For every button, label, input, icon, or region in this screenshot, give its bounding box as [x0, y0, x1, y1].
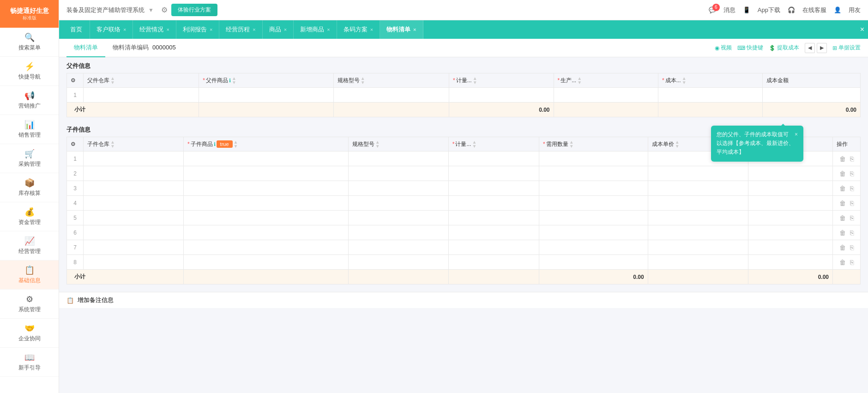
child-unit-cell[interactable] — [448, 211, 539, 225]
nav-tab-customer[interactable]: 客户联络× — [90, 20, 133, 39]
child-warehouse-cell[interactable] — [84, 196, 184, 211]
sidebar-item-guide[interactable]: 📖新手引导 — [0, 348, 59, 377]
sidebar-item-nav[interactable]: ⚡快捷导航 — [0, 57, 59, 86]
nav-tab-close-icon[interactable]: × — [413, 27, 416, 32]
delete-row-button[interactable]: 🗑 — [838, 170, 847, 177]
child-qty-cell[interactable] — [539, 240, 648, 255]
copy-row-button[interactable]: ⎘ — [849, 244, 855, 251]
parent-goods-cell[interactable] — [199, 88, 334, 103]
sidebar-item-inventory[interactable]: 📦库存核算 — [0, 173, 59, 202]
nav-tab-close-icon[interactable]: × — [123, 27, 126, 32]
parent-spec-cell[interactable] — [333, 88, 449, 103]
child-qty-cell[interactable] — [539, 255, 648, 270]
child-cost-unit-cell[interactable] — [648, 211, 748, 225]
note-text[interactable]: 增加备注信息 — [78, 296, 114, 304]
child-goods-cell[interactable] — [183, 211, 348, 225]
nav-tab-close-icon[interactable]: × — [210, 27, 212, 32]
child-unit-cell[interactable] — [448, 151, 539, 166]
child-goods-cell[interactable] — [183, 255, 348, 270]
copy-row-button[interactable]: ⎘ — [849, 229, 855, 236]
child-cost-amount-cell[interactable] — [748, 211, 832, 225]
settings-action[interactable]: ⊞ 单据设置 — [832, 44, 861, 52]
sidebar-item-sales[interactable]: 📊销售管理 — [0, 115, 59, 144]
child-unit-cell[interactable] — [448, 196, 539, 211]
delete-row-button[interactable]: 🗑 — [838, 259, 847, 266]
nav-tab-close-icon[interactable]: × — [370, 27, 373, 32]
child-spec-cell[interactable] — [348, 240, 448, 255]
child-goods-cell[interactable] — [183, 181, 348, 196]
nav-tab-operations[interactable]: 经营情况× — [133, 20, 176, 39]
nav-tab-close-icon[interactable]: × — [166, 27, 169, 32]
child-spec-cell[interactable] — [348, 181, 448, 196]
delete-row-button[interactable]: 🗑 — [838, 185, 847, 192]
prev-arrow-btn[interactable]: ◀ — [805, 43, 815, 53]
copy-row-button[interactable]: ⎘ — [849, 185, 855, 192]
delete-row-button[interactable]: 🗑 — [838, 244, 847, 251]
message-icon-wrap[interactable]: 💬 6 — [709, 6, 716, 13]
sidebar-item-basic[interactable]: 📋基础信息 — [0, 260, 59, 290]
child-spec-cell[interactable] — [348, 225, 448, 240]
child-cost-amount-cell[interactable] — [748, 196, 832, 211]
nav-tab-history[interactable]: 经营历程× — [219, 20, 262, 39]
child-qty-cell[interactable] — [539, 181, 648, 196]
child-warehouse-cell[interactable] — [84, 211, 184, 225]
parent-cost-amount-cell[interactable] — [763, 88, 861, 103]
child-cost-amount-cell[interactable] — [748, 225, 832, 240]
service-label[interactable]: 在线客服 — [802, 6, 826, 14]
nav-tab-goods[interactable]: 商品× — [263, 20, 294, 39]
child-col-settings[interactable]: ⚙ — [67, 137, 84, 151]
child-unit-cell[interactable] — [448, 166, 539, 181]
trial-button[interactable]: 体验行业方案 — [171, 4, 217, 16]
child-unit-cell[interactable] — [448, 240, 539, 255]
nav-tab-close-icon[interactable]: × — [327, 27, 330, 32]
child-spec-cell[interactable] — [348, 196, 448, 211]
child-goods-cell[interactable] — [183, 196, 348, 211]
nav-tab-close-icon[interactable]: × — [284, 27, 287, 32]
copy-row-button[interactable]: ⎘ — [849, 170, 855, 177]
child-cost-unit-cell[interactable] — [648, 240, 748, 255]
child-cost-amount-cell[interactable] — [748, 181, 832, 196]
copy-row-button[interactable]: ⎘ — [849, 214, 855, 222]
child-spec-cell[interactable] — [348, 166, 448, 181]
child-cost-unit-cell[interactable] — [648, 225, 748, 240]
child-warehouse-cell[interactable] — [84, 255, 184, 270]
parent-produce-cell[interactable] — [554, 88, 658, 103]
tab-bom-list[interactable]: 物料清单 — [66, 39, 105, 57]
child-warehouse-cell[interactable] — [84, 225, 184, 240]
parent-cost-cell[interactable] — [658, 88, 762, 103]
shortcut-action[interactable]: ⌨ 快捷键 — [737, 44, 763, 52]
delete-row-button[interactable]: 🗑 — [838, 155, 847, 163]
child-unit-cell[interactable] — [448, 255, 539, 270]
sidebar-item-coop[interactable]: 🤝企业协同 — [0, 319, 59, 348]
parent-warehouse-cell[interactable] — [84, 88, 199, 103]
child-cost-amount-cell[interactable] — [748, 255, 832, 270]
tab-bom-code[interactable]: 物料清单编码 0000005 — [105, 39, 183, 57]
child-goods-cell[interactable] — [183, 166, 348, 181]
child-goods-cell[interactable] — [183, 240, 348, 255]
child-spec-cell[interactable] — [348, 255, 448, 270]
nav-tab-bom[interactable]: 物料清单× — [380, 20, 423, 39]
nav-tab-profit[interactable]: 利润报告× — [176, 20, 219, 39]
child-warehouse-cell[interactable] — [84, 166, 184, 181]
copy-row-button[interactable]: ⎘ — [849, 259, 855, 266]
child-cost-amount-cell[interactable] — [748, 166, 832, 181]
delete-row-button[interactable]: 🗑 — [838, 229, 847, 236]
child-cost-unit-cell[interactable] — [648, 255, 748, 270]
sidebar-item-finance[interactable]: 💰资金管理 — [0, 202, 59, 231]
nav-tab-close-icon[interactable]: × — [253, 27, 255, 32]
app-download-label[interactable]: App下载 — [758, 6, 780, 14]
child-qty-cell[interactable] — [539, 151, 648, 166]
tooltip-close-btn[interactable]: × — [795, 130, 798, 139]
copy-row-button[interactable]: ⎘ — [849, 200, 855, 207]
cost-action[interactable]: 💲 提取成本 — [769, 44, 799, 52]
child-qty-cell[interactable] — [539, 225, 648, 240]
nav-tab-home[interactable]: 首页 — [63, 20, 90, 39]
gear-icon[interactable]: ⚙ — [161, 6, 168, 14]
child-warehouse-cell[interactable] — [84, 151, 184, 166]
child-cost-unit-cell[interactable] — [648, 181, 748, 196]
sidebar-item-marketing[interactable]: 📢营销推广 — [0, 86, 59, 115]
child-cost-unit-cell[interactable] — [648, 166, 748, 181]
child-goods-cell[interactable] — [183, 151, 348, 166]
child-warehouse-cell[interactable] — [84, 181, 184, 196]
child-spec-cell[interactable] — [348, 211, 448, 225]
